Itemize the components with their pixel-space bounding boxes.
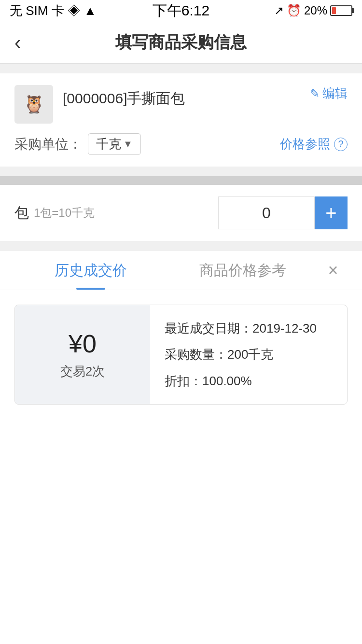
edit-icon: ✎ — [310, 87, 320, 100]
status-left: 无 SIM 卡 ◈ ▲ — [10, 2, 97, 19]
tab-history-price[interactable]: 历史成交价 — [14, 251, 167, 290]
help-text: ? — [338, 139, 343, 150]
tab-product-price-ref-label: 商品价格参考 — [199, 261, 286, 280]
discount-row: 折扣：100.00% — [165, 372, 333, 390]
location-icon: ↗ — [274, 4, 284, 17]
price-amount: ¥0 — [69, 329, 97, 358]
tab-close-button[interactable]: × — [319, 251, 348, 290]
tab-product-price-ref[interactable]: 商品价格参考 — [167, 251, 319, 290]
product-thumbnail-icon: 🦉 — [23, 94, 45, 114]
battery-percent: 20% — [304, 4, 327, 17]
bottom-space — [0, 419, 362, 644]
pkg-conversion: 1包=10千克 — [34, 205, 95, 221]
edit-button[interactable]: ✎ 编辑 — [310, 85, 348, 102]
status-bar: 无 SIM 卡 ◈ ▲ 下午6:12 ↗ ⏰ 20% — [0, 0, 362, 21]
dropdown-arrow-icon: ▼ — [123, 139, 133, 150]
discount-value: 100.00% — [202, 374, 252, 388]
price-ref-label: 价格参照 — [280, 136, 330, 153]
pkg-label: 包 — [14, 203, 29, 223]
quantity-detail-value: 200千克 — [227, 347, 273, 362]
quantity-plus-button[interactable]: + — [315, 196, 348, 229]
tab-history-price-label: 历史成交价 — [55, 261, 127, 280]
quantity-label: 包 1包=10千克 — [14, 203, 95, 223]
tab-header: 历史成交价 商品价格参考 × — [0, 251, 362, 290]
unit-label: 采购单位： — [14, 135, 82, 154]
unit-left: 采购单位： 千克 ▼ — [14, 133, 141, 155]
product-image: 🦉 — [14, 85, 53, 124]
wifi-icon: ▲ — [84, 3, 97, 18]
sim-label: 无 SIM 卡 ◈ — [10, 2, 80, 19]
status-right: ↗ ⏰ 20% — [274, 4, 352, 17]
unit-value: 千克 — [96, 136, 121, 153]
price-transactions: 交易2次 — [60, 363, 105, 380]
price-currency: ¥ — [69, 330, 83, 358]
price-ref-button[interactable]: 价格参照 ? — [280, 136, 348, 153]
close-icon: × — [328, 260, 338, 280]
unit-row: 采购单位： 千克 ▼ 价格参照 ? — [14, 133, 348, 155]
quantity-row: 采购数量：200千克 — [165, 346, 333, 363]
price-card: ¥0 交易2次 最近成交日期：2019-12-30 采购数量：200千克 折扣：… — [14, 305, 348, 405]
product-name: [0000006]手撕面包 — [63, 85, 185, 109]
back-button[interactable]: ‹ — [14, 33, 21, 52]
edit-label: 编辑 — [322, 85, 348, 102]
discount-label: 折扣： — [165, 374, 202, 388]
price-card-container: ¥0 交易2次 最近成交日期：2019-12-30 采购数量：200千克 折扣：… — [0, 290, 362, 419]
price-value: 0 — [83, 330, 97, 358]
battery-icon — [330, 5, 352, 16]
price-card-left: ¥0 交易2次 — [15, 305, 150, 404]
recent-date-label: 最近成交日期： — [165, 321, 252, 336]
status-time: 下午6:12 — [153, 1, 209, 21]
product-header: 🦉 [0000006]手撕面包 ✎ 编辑 — [14, 85, 348, 124]
help-icon[interactable]: ? — [334, 138, 348, 151]
quantity-section: 包 1包=10千克 + — [0, 185, 362, 241]
unit-dropdown[interactable]: 千克 ▼ — [88, 133, 141, 155]
tab-section: 历史成交价 商品价格参考 × ¥0 交易2次 最近成交日期：2019-12-30… — [0, 251, 362, 419]
quantity-input[interactable] — [218, 196, 315, 229]
quantity-detail-label: 采购数量： — [165, 347, 227, 362]
product-section: 🦉 [0000006]手撕面包 ✎ 编辑 采购单位： 千克 ▼ 价格参照 ? — [0, 73, 362, 167]
product-left: 🦉 [0000006]手撕面包 — [14, 85, 185, 124]
recent-date-row: 最近成交日期：2019-12-30 — [165, 320, 333, 337]
page-title: 填写商品采购信息 — [115, 31, 247, 54]
nav-bar: ‹ 填写商品采购信息 — [0, 21, 362, 64]
alarm-icon: ⏰ — [287, 4, 301, 17]
recent-date-value: 2019-12-30 — [252, 321, 317, 336]
quantity-controls: + — [218, 196, 348, 229]
section-divider — [0, 176, 362, 185]
price-card-right: 最近成交日期：2019-12-30 采购数量：200千克 折扣：100.00% — [150, 305, 347, 404]
